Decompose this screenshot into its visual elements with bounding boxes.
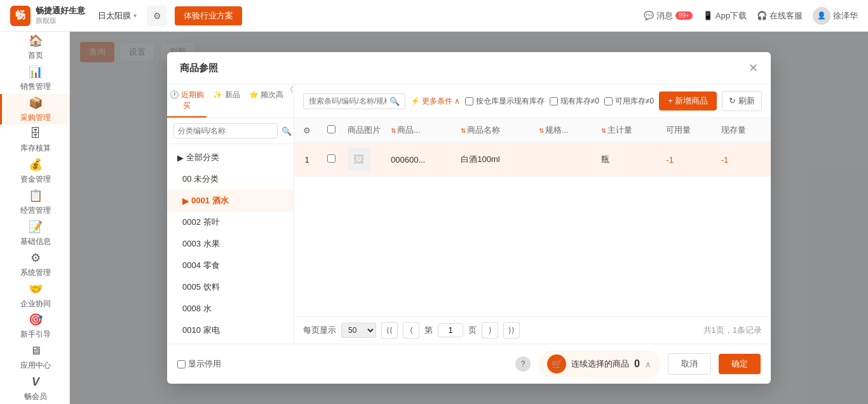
sidebar-item-basic[interactable]: 📝 基础信息 <box>0 218 69 249</box>
category-item-0008[interactable]: 0008 水 <box>167 298 294 320</box>
search-icon: 🔍 <box>390 97 400 106</box>
sort-icon-unit[interactable]: ⇅ <box>601 127 606 134</box>
nav-store[interactable]: 日太阳膜 ▾ <box>98 10 137 22</box>
row-unit: 瓶 <box>596 143 661 177</box>
table-row[interactable]: 1 🖼 000600... 白酒100ml <box>294 143 771 177</box>
page-number-input[interactable] <box>438 323 463 337</box>
left-tabs: 🕐 近期购买 ✨ 新品 ⭐ 频次高 《 <box>167 84 294 118</box>
category-item-0004[interactable]: 0004 零食 <box>167 255 294 276</box>
help-btn[interactable]: ? <box>515 356 531 372</box>
sidebar-item-system[interactable]: ⚙ 系统管理 <box>0 249 69 280</box>
purchase-icon: 📦 <box>29 96 43 110</box>
vip-icon: V <box>32 375 39 389</box>
th-image: 商品图片 <box>342 118 386 143</box>
checkbox-available-ne0[interactable]: 可用库存≠0 <box>604 96 654 107</box>
checkbox-available-input[interactable] <box>604 97 613 105</box>
row-image-cell: 🖼 <box>342 143 386 177</box>
checkbox-warehouse-label: 按仓库显示现有库存 <box>476 96 545 107</box>
home-icon: 🏠 <box>29 34 43 48</box>
row-checkbox[interactable] <box>327 154 336 163</box>
refresh-btn[interactable]: ↻ 刷新 <box>722 91 762 111</box>
sidebar-item-home[interactable]: 🏠 首页 <box>0 32 69 63</box>
product-search-input[interactable] <box>309 97 387 105</box>
category-item-0003[interactable]: 0003 水果 <box>167 233 294 255</box>
modal-footer: 显示停用 ? 🛒 连续选择的商品 0 ∧ 取消 确定 <box>167 344 771 384</box>
cancel-btn[interactable]: 取消 <box>668 353 711 375</box>
refresh-icon: ↻ <box>729 96 736 105</box>
sidebar-label-inventory: 库存核算 <box>20 143 51 154</box>
sort-icon-code[interactable]: ⇅ <box>391 127 396 134</box>
content-area: 查询 设置 刷新 商品参照 ✕ <box>70 32 868 404</box>
nav-msg[interactable]: 💬 消息 99+ <box>644 10 693 22</box>
category-item-0002[interactable]: 0002 茶叶 <box>167 212 294 233</box>
nav-user[interactable]: 👤 徐泽华 <box>813 7 858 25</box>
settings-icon[interactable]: ⚙ <box>303 126 311 135</box>
sidebar-item-inventory[interactable]: 🗄 库存核算 <box>0 125 69 156</box>
tab-recent[interactable]: 🕐 近期购买 <box>167 84 207 118</box>
sidebar-item-purchase[interactable]: 📦 采购管理 <box>0 94 69 125</box>
category-search-icon[interactable]: 🔍 <box>281 126 292 136</box>
th-image-label: 商品图片 <box>348 125 381 135</box>
nav-gear-btn[interactable]: ⚙ <box>147 6 167 26</box>
sidebar-item-enterprise[interactable]: 🤝 企业协同 <box>0 280 69 311</box>
sort-icon-spec[interactable]: ⇅ <box>539 127 544 134</box>
collapse-left-btn[interactable]: 《 <box>286 84 294 118</box>
page-next-btn[interactable]: ⟩ <box>482 322 498 339</box>
page-prev-btn[interactable]: ⟨ <box>403 322 419 339</box>
sidebar-label-guide: 新手引导 <box>20 329 51 340</box>
per-page-label: 每页显示 <box>303 325 336 336</box>
category-item-00[interactable]: 00 未分类 <box>167 168 294 190</box>
select-all-checkbox[interactable] <box>327 125 336 133</box>
sidebar-item-vip[interactable]: V 畅会员 <box>0 373 69 404</box>
sidebar-item-apps[interactable]: 🖥 应用中心 <box>0 342 69 373</box>
tab-frequent[interactable]: ⭐ 频次高 <box>247 84 286 118</box>
category-search-input[interactable] <box>173 123 278 138</box>
nav-app[interactable]: 📱 App下载 <box>703 10 747 22</box>
checkbox-stock-ne0[interactable]: 现有库存≠0 <box>550 96 599 107</box>
th-name: ⇅ 商品名称 <box>456 118 533 143</box>
category-item-0010[interactable]: 0010 家电 <box>167 320 294 341</box>
checkbox-stock-input[interactable] <box>550 97 558 105</box>
sidebar-item-guide[interactable]: 🎯 新手引导 <box>0 311 69 342</box>
exp-btn[interactable]: 体验行业方案 <box>175 6 242 25</box>
cat0010-label: 0010 家电 <box>182 325 220 336</box>
sidebar-label-vip: 畅会员 <box>24 391 47 402</box>
page-size-select[interactable]: 50 100 200 <box>341 323 376 338</box>
page-last-btn[interactable]: ⟩⟩ <box>503 322 520 339</box>
modal-close-btn[interactable]: ✕ <box>749 61 758 75</box>
page-label: 第 <box>424 325 433 336</box>
checkbox-warehouse-input[interactable] <box>465 97 473 105</box>
page-first-btn[interactable]: ⟨⟨ <box>381 322 398 339</box>
tab-new[interactable]: ✨ 新品 <box>207 84 246 118</box>
sort-icon-name[interactable]: ⇅ <box>461 127 466 134</box>
filter-label: 更多条件 <box>422 96 452 107</box>
msg-icon: 💬 <box>644 11 654 20</box>
all-label: 全部分类 <box>186 152 219 163</box>
product-modal: 商品参照 ✕ 🕐 近期购买 ✨ <box>167 52 771 384</box>
logo-text: 畅捷通好生意 <box>36 6 85 16</box>
modal-header: 商品参照 ✕ <box>167 52 771 84</box>
show-disabled-label[interactable]: 显示停用 <box>177 358 221 370</box>
confirm-btn[interactable]: 确定 <box>719 354 761 374</box>
cart-icon[interactable]: 🛒 <box>547 354 566 374</box>
checkbox-by-warehouse[interactable]: 按仓库显示现有库存 <box>465 96 545 107</box>
category-item-all[interactable]: ▶ 全部分类 <box>167 147 294 168</box>
nav-online[interactable]: 🎧 在线客服 <box>757 10 803 22</box>
sidebar-label-finance: 资金管理 <box>20 174 51 185</box>
sidebar-item-sales[interactable]: 📊 销售管理 <box>0 63 69 94</box>
category-item-0005[interactable]: 0005 饮料 <box>167 276 294 298</box>
th-unit-label: 主计量 <box>607 125 632 136</box>
row-available: -1 <box>661 143 715 177</box>
sidebar-item-operation[interactable]: 📋 经营管理 <box>0 187 69 218</box>
store-dropdown-icon: ▾ <box>133 12 137 19</box>
add-product-btn[interactable]: + 新增商品 <box>659 91 717 111</box>
sidebar-label-purchase: 采购管理 <box>20 112 51 123</box>
category-item-0001[interactable]: ▶ 0001 酒水 <box>167 190 294 212</box>
logo-icon: 畅 <box>10 6 31 26</box>
filter-more-btn[interactable]: ⚡ 更多条件 ∧ <box>410 96 460 107</box>
cart-collapse-btn[interactable]: ∧ <box>645 360 651 369</box>
sidebar-item-finance[interactable]: 💰 资金管理 <box>0 156 69 187</box>
show-disabled-checkbox[interactable] <box>177 360 186 368</box>
msg-label: 消息 <box>656 10 673 22</box>
sidebar: 🏠 首页 📊 销售管理 📦 采购管理 🗄 库存核算 💰 资金管理 📋 经营管理 … <box>0 32 70 404</box>
